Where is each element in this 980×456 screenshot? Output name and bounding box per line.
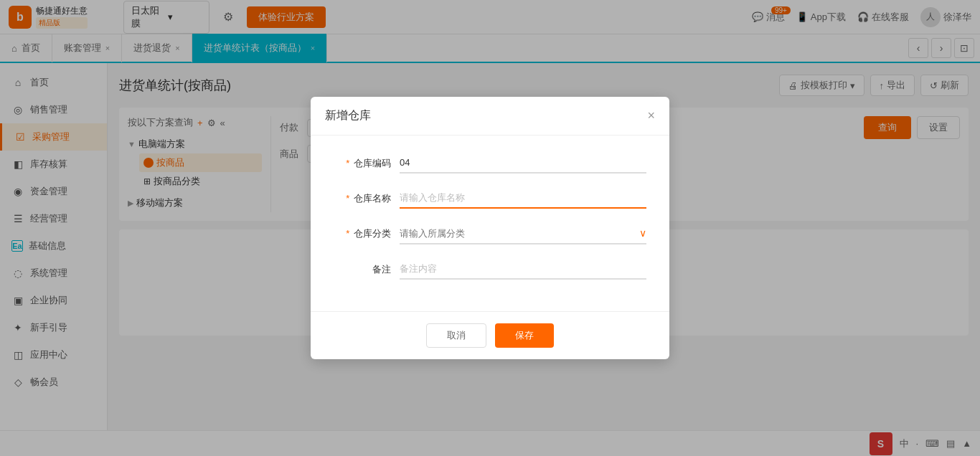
new-warehouse-modal: 新增仓库 × * 仓库编码 * 仓库名称 xyxy=(311,97,669,359)
warehouse-code-row: * 仓库编码 xyxy=(334,153,646,174)
warehouse-category-row: * 仓库分类 ∨ xyxy=(334,223,646,244)
modal-body: * 仓库编码 * 仓库名称 * 仓库分类 xyxy=(311,136,669,311)
warehouse-category-select[interactable]: ∨ xyxy=(400,223,646,244)
warehouse-name-input[interactable] xyxy=(400,188,646,209)
category-dropdown-icon: ∨ xyxy=(639,227,646,239)
modal-close-button[interactable]: × xyxy=(647,108,655,123)
notes-input[interactable] xyxy=(400,259,646,280)
warehouse-code-label: * 仓库编码 xyxy=(334,157,391,170)
modal-header: 新增仓库 × xyxy=(311,97,669,136)
cancel-button[interactable]: 取消 xyxy=(426,323,486,348)
warehouse-category-label: * 仓库分类 xyxy=(334,227,391,240)
notes-row: 备注 xyxy=(334,259,646,280)
modal-title: 新增仓库 xyxy=(325,108,371,123)
modal-footer: 取消 保存 xyxy=(311,311,669,359)
notes-label: 备注 xyxy=(334,263,391,276)
warehouse-code-input[interactable] xyxy=(400,153,646,174)
warehouse-name-label: * 仓库名称 xyxy=(334,192,391,205)
modal-overlay[interactable]: 新增仓库 × * 仓库编码 * 仓库名称 xyxy=(0,0,980,456)
save-button[interactable]: 保存 xyxy=(495,323,554,348)
warehouse-name-row: * 仓库名称 xyxy=(334,188,646,209)
category-input[interactable] xyxy=(400,228,639,239)
